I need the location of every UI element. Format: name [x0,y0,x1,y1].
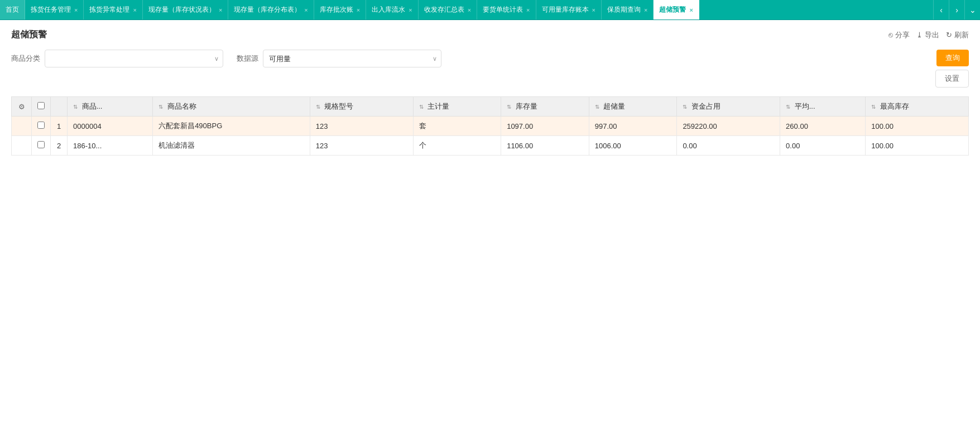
overstock-table: ⚙ ⇅ 商品... ⇅ 商品名称 ⇅ [11,96,969,156]
close-tab-2[interactable]: × [133,7,136,13]
row1-sku-code: 0000004 [68,117,153,136]
close-tab-10[interactable]: × [644,7,647,13]
nav-tab-inout[interactable]: 出入库流水 × [366,0,418,20]
row2-checkbox-cell [32,136,51,156]
datasource-filter: 数据源 可用量 库存量 [237,50,441,67]
close-tab-1[interactable]: × [74,7,78,13]
nav-more-arrow[interactable]: ⌄ [964,0,980,20]
row1-max-stock: 100.00 [866,117,969,136]
sort-icon-stock: ⇅ [507,104,511,110]
refresh-action[interactable]: ↻ 刷新 [946,30,969,40]
row2-checkbox[interactable] [37,141,45,148]
nav-tab-batch[interactable]: 库存批次账 × [314,0,366,20]
category-select-wrapper [45,50,223,67]
category-label: 商品分类 [11,54,40,64]
nav-tab-available[interactable]: 可用量库存账本 × [536,0,602,20]
close-tab-11[interactable]: × [689,7,693,13]
th-overstock[interactable]: ⇅ 超储量 [589,97,677,117]
row2-sku-code: 186-10... [68,136,153,156]
settings-button[interactable]: 设置 [935,70,969,88]
row2-overstock: 1006.00 [589,136,677,156]
row2-unit: 个 [413,136,501,156]
share-action[interactable]: ⎋ 分享 [888,30,910,40]
th-capital[interactable]: ⇅ 资金占用 [677,97,780,117]
nav-next-arrow[interactable]: › [949,0,964,20]
row1-num: 1 [51,117,68,136]
row2-settings-cell [12,136,32,156]
th-max-stock[interactable]: ⇅ 最高库存 [866,97,969,117]
nav-tab-home[interactable]: 首页 [0,0,25,20]
sort-icon-max: ⇅ [871,104,876,110]
row2-max-stock: 100.00 [866,136,969,156]
export-action[interactable]: ⤓ 导出 [916,30,939,40]
top-navigation: 首页 拣货任务管理 × 拣货异常处理 × 现存量（库存状况表） × 现存量（库存… [0,0,980,20]
close-tab-5[interactable]: × [357,7,360,13]
nav-tab-summary[interactable]: 收发存汇总表 × [419,0,477,20]
sort-icon-avg: ⇅ [786,104,790,110]
sort-icon-spec: ⇅ [316,104,320,110]
th-unit[interactable]: ⇅ 主计量 [413,97,501,117]
nav-tab-expiry[interactable]: 保质期查询 × [602,0,654,20]
th-checkbox [32,97,51,117]
sort-icon-overstock: ⇅ [595,104,599,110]
filter-buttons: 查询 设置 [935,50,969,88]
row1-stock: 1097.00 [501,117,589,136]
page-content: 超储预警 ⎋ 分享 ⤓ 导出 ↻ 刷新 商品分类 [0,20,980,446]
close-tab-6[interactable]: × [409,7,412,13]
table-header-row: ⚙ ⇅ 商品... ⇅ 商品名称 ⇅ [12,97,969,117]
nav-tab-stock-status[interactable]: 现存量（库存状况表） × [143,0,228,20]
row2-capital: 0.00 [677,136,780,156]
query-button[interactable]: 查询 [936,50,969,66]
close-tab-3[interactable]: × [219,7,222,13]
datasource-label: 数据源 [237,54,258,64]
row2-avg: 0.00 [780,136,866,156]
table-container: ⚙ ⇅ 商品... ⇅ 商品名称 ⇅ [11,96,969,156]
nav-tab-stock-dist[interactable]: 现存量（库存分布表） × [228,0,314,20]
datasource-select-wrapper: 可用量 库存量 [263,50,441,67]
close-tab-9[interactable]: × [592,7,595,13]
export-icon: ⤓ [916,31,923,39]
row1-spec: 123 [310,117,413,136]
nav-tab-task-mgmt[interactable]: 拣货任务管理 × [25,0,84,20]
category-filter: 商品分类 [11,50,223,67]
row2-sku-name: 机油滤清器 [153,136,310,156]
sort-icon-name: ⇅ [158,104,163,110]
close-tab-4[interactable]: × [304,7,308,13]
share-icon: ⎋ [888,31,893,39]
th-settings[interactable]: ⚙ [12,97,32,117]
nav-tab-demand[interactable]: 要货单统计表 × [477,0,536,20]
th-stock[interactable]: ⇅ 库存量 [501,97,589,117]
close-tab-7[interactable]: × [468,7,471,13]
th-row-num [51,97,68,117]
th-sku-name[interactable]: ⇅ 商品名称 [153,97,310,117]
page-title: 超储预警 [11,29,47,41]
row1-settings-cell [12,117,32,136]
row1-sku-name: 六配套新昌490BPG [153,117,310,136]
row1-unit: 套 [413,117,501,136]
th-spec[interactable]: ⇅ 规格型号 [310,97,413,117]
select-all-checkbox[interactable] [37,102,45,109]
gear-icon[interactable]: ⚙ [18,103,25,111]
row1-checkbox[interactable] [37,122,45,129]
table-row: 2 186-10... 机油滤清器 123 个 1106.00 1006.00 … [12,136,969,156]
header-actions: ⎋ 分享 ⤓ 导出 ↻ 刷新 [888,30,969,40]
close-tab-8[interactable]: × [526,7,530,13]
row2-stock: 1106.00 [501,136,589,156]
page-header: 超储预警 ⎋ 分享 ⤓ 导出 ↻ 刷新 [11,29,969,41]
row2-spec: 123 [310,136,413,156]
nav-tab-overstock[interactable]: 超储预警 × [654,0,699,20]
category-select[interactable] [45,50,223,67]
sort-icon-unit: ⇅ [419,104,424,110]
datasource-select[interactable]: 可用量 库存量 [263,50,441,67]
table-body: 1 0000004 六配套新昌490BPG 123 套 1097.00 997.… [12,117,969,156]
nav-tab-exception[interactable]: 拣货异常处理 × [84,0,142,20]
th-avg[interactable]: ⇅ 平均... [780,97,866,117]
row1-checkbox-cell [32,117,51,136]
th-sku-code[interactable]: ⇅ 商品... [68,97,153,117]
nav-prev-arrow[interactable]: ‹ [933,0,949,20]
refresh-icon: ↻ [946,31,952,39]
row1-avg: 260.00 [780,117,866,136]
sort-icon-capital: ⇅ [683,104,687,110]
table-row: 1 0000004 六配套新昌490BPG 123 套 1097.00 997.… [12,117,969,136]
row1-overstock: 997.00 [589,117,677,136]
